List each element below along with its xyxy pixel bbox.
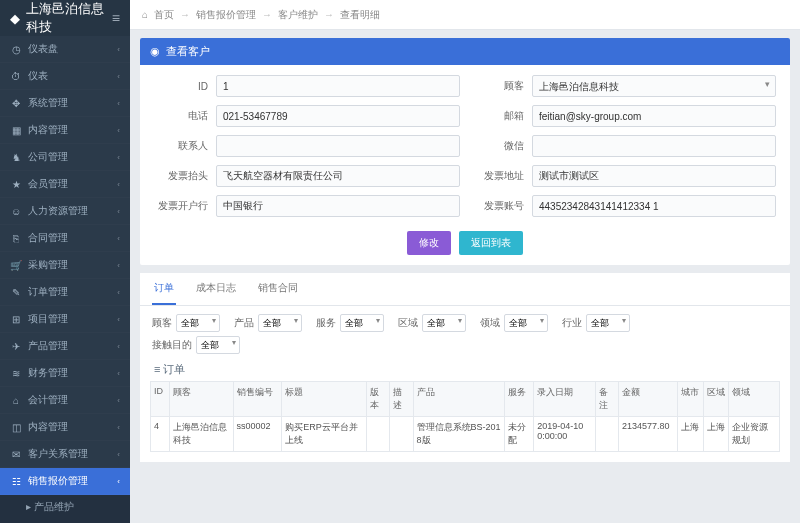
filter-customer-select[interactable]: 全部: [176, 314, 220, 332]
chevron-left-icon: ‹: [117, 342, 120, 351]
chevron-left-icon: ‹: [117, 315, 120, 324]
chevron-left-icon: ‹: [117, 153, 120, 162]
home-icon[interactable]: ⌂: [142, 9, 148, 20]
table-cell: 4: [151, 417, 170, 452]
breadcrumb-home[interactable]: 首页: [154, 8, 174, 22]
filter-service-label: 服务: [316, 316, 336, 330]
table-cell: 2134577.80: [618, 417, 677, 452]
table-cell: 未分配: [504, 417, 534, 452]
nav-label: 订单管理: [28, 285, 68, 299]
sidebar-item[interactable]: ✎订单管理‹: [0, 279, 130, 306]
wechat-field[interactable]: [532, 135, 776, 157]
invoice-title-label: 发票抬头: [154, 169, 208, 183]
nav-label: 会员管理: [28, 177, 68, 191]
breadcrumb: ⌂ 首页 → 销售报价管理 → 客户维护 → 查看明细: [130, 0, 800, 30]
invoice-title-field[interactable]: [216, 165, 460, 187]
filter-service-select[interactable]: 全部: [340, 314, 384, 332]
sidebar-item[interactable]: ◫内容管理‹: [0, 414, 130, 441]
id-field[interactable]: [216, 75, 460, 97]
invoice-acct-field[interactable]: [532, 195, 776, 217]
filter-industry-select[interactable]: 全部: [586, 314, 630, 332]
table-header: 标题: [282, 382, 367, 417]
contact-field[interactable]: [216, 135, 460, 157]
table-cell: ss00002: [233, 417, 282, 452]
sidebar-item[interactable]: ⌂会计管理‹: [0, 387, 130, 414]
table-cell: 购买ERP云平台并上线: [282, 417, 367, 452]
chevron-left-icon: ‹: [117, 99, 120, 108]
table-cell: [366, 417, 389, 452]
nav-label: 内容管理: [28, 420, 68, 434]
table-header: 城市: [678, 382, 703, 417]
nav-icon: ★: [10, 179, 22, 190]
filter-purpose-label: 接触目的: [152, 338, 192, 352]
table-header: 顾客: [170, 382, 234, 417]
table-cell: 上海: [703, 417, 728, 452]
chevron-left-icon: ‹: [117, 288, 120, 297]
filter-domain-select[interactable]: 全部: [504, 314, 548, 332]
logo-icon: ◆: [10, 11, 20, 26]
sidebar: ◆ 上海邑泊信息科技 ≡ ◷仪表盘‹⏱仪表‹✥系统管理‹▦内容管理‹♞公司管理‹…: [0, 0, 130, 523]
filter-domain-label: 领域: [480, 316, 500, 330]
back-button[interactable]: 返回到表: [459, 231, 523, 255]
email-field[interactable]: [532, 105, 776, 127]
nav-icon: ⏱: [10, 71, 22, 82]
table-cell: 上海邑泊信息科技: [170, 417, 234, 452]
sidebar-item[interactable]: ♞公司管理‹: [0, 144, 130, 171]
sidebar-item[interactable]: ⎘合同管理‹: [0, 225, 130, 252]
sidebar-item[interactable]: ≋财务管理‹: [0, 360, 130, 387]
table-row[interactable]: 4上海邑泊信息科技ss00002购买ERP云平台并上线管理信息系统BS-2018…: [151, 417, 780, 452]
sidebar-item[interactable]: ★会员管理‹: [0, 171, 130, 198]
invoice-bank-field[interactable]: [216, 195, 460, 217]
sidebar-item[interactable]: ⊞项目管理‹: [0, 306, 130, 333]
chevron-left-icon: ‹: [117, 72, 120, 81]
nav-icon: ✉: [10, 449, 22, 460]
table-header: 描述: [390, 382, 413, 417]
nav-label: 项目管理: [28, 312, 68, 326]
sidebar-item[interactable]: ▦内容管理‹: [0, 117, 130, 144]
filter-product-select[interactable]: 全部: [258, 314, 302, 332]
filter-region-select[interactable]: 全部: [422, 314, 466, 332]
sidebar-item[interactable]: ✥系统管理‹: [0, 90, 130, 117]
tab-cost-log[interactable]: 成本日志: [194, 273, 238, 305]
filter-region-label: 区域: [398, 316, 418, 330]
chevron-left-icon: ‹: [117, 45, 120, 54]
menu-toggle-icon[interactable]: ≡: [112, 10, 120, 26]
sidebar-item[interactable]: ✈产品管理‹: [0, 333, 130, 360]
customer-select[interactable]: 上海邑泊信息科技: [532, 75, 776, 97]
nav-icon: ⌂: [10, 395, 22, 406]
table-header: 销售编号: [233, 382, 282, 417]
nav-label: 合同管理: [28, 231, 68, 245]
sidebar-item[interactable]: ◷仪表盘‹: [0, 36, 130, 63]
sidebar-item[interactable]: ✉客户关系管理‹: [0, 441, 130, 468]
table-header: 录入日期: [534, 382, 595, 417]
breadcrumb-sep: →: [262, 9, 272, 20]
sidebar-item[interactable]: ☺人力资源管理‹: [0, 198, 130, 225]
table-header: 服务: [504, 382, 534, 417]
breadcrumb-item[interactable]: 查看明细: [340, 8, 380, 22]
filter-customer-label: 顾客: [152, 316, 172, 330]
chevron-left-icon: ‹: [117, 450, 120, 459]
sidebar-subitem[interactable]: ▸ 产品维护: [0, 495, 130, 519]
contact-label: 联系人: [154, 139, 208, 153]
breadcrumb-item[interactable]: 销售报价管理: [196, 8, 256, 22]
nav-icon: ☷: [10, 476, 22, 487]
sidebar-item[interactable]: ☷销售报价管理‹: [0, 468, 130, 495]
wechat-label: 微信: [470, 139, 524, 153]
nav-label: 销售报价管理: [28, 474, 88, 488]
nav-icon: ▦: [10, 125, 22, 136]
order-table: ID顾客销售编号标题版本描述产品服务录入日期备注金额城市区域领域 4上海邑泊信息…: [150, 381, 780, 452]
edit-button[interactable]: 修改: [407, 231, 451, 255]
button-row: 修改 返回到表: [154, 225, 776, 255]
tab-orders[interactable]: 订单: [152, 273, 176, 305]
id-label: ID: [154, 81, 208, 92]
phone-field[interactable]: [216, 105, 460, 127]
sidebar-item[interactable]: ⏱仪表‹: [0, 63, 130, 90]
sidebar-subitem[interactable]: ▸ 功能维护: [0, 519, 130, 523]
nav-icon: ◫: [10, 422, 22, 433]
filter-purpose-select[interactable]: 全部: [196, 336, 240, 354]
sidebar-item[interactable]: 🛒采购管理‹: [0, 252, 130, 279]
tab-sales-contract[interactable]: 销售合同: [256, 273, 300, 305]
eye-icon: ◉: [150, 45, 160, 58]
invoice-addr-field[interactable]: [532, 165, 776, 187]
breadcrumb-item[interactable]: 客户维护: [278, 8, 318, 22]
